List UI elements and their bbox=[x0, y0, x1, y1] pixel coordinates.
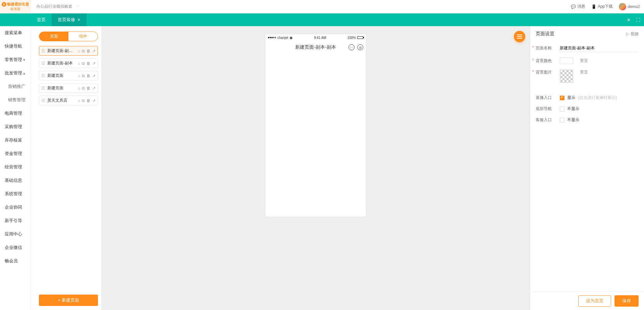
page-item-name: 新建页面 bbox=[47, 73, 76, 79]
copy-icon[interactable]: ⧉ bbox=[82, 98, 85, 103]
layers-button[interactable] bbox=[514, 31, 525, 42]
nav-guide[interactable]: 新手引导 bbox=[0, 214, 31, 227]
page-panel: 页面 组件 ☰ 新建页面-副本... ⌂ ⧉ 🗑 ↗ ☰ 新建页面-副本 bbox=[31, 26, 101, 310]
signal-icon bbox=[268, 37, 276, 38]
drag-handle-icon[interactable]: ☰ bbox=[41, 86, 45, 91]
drag-handle-icon[interactable]: ☰ bbox=[41, 61, 45, 66]
store-selector[interactable]: 办公品行业模拟账套 ﹀ bbox=[36, 4, 571, 9]
drag-handle-icon[interactable]: ☰ bbox=[41, 98, 45, 103]
delete-icon[interactable]: 🗑 bbox=[87, 49, 91, 53]
bg-image-reset[interactable]: 重置 bbox=[580, 69, 588, 75]
external-icon[interactable]: ↗ bbox=[92, 86, 96, 91]
page-item[interactable]: ☰ 新建页面-副本... ⌂ ⧉ 🗑 ↗ bbox=[39, 46, 98, 56]
cs-checkbox[interactable] bbox=[560, 118, 565, 122]
bottom-nav-text: 不显示 bbox=[567, 106, 579, 112]
page-item[interactable]: ☰ 新建页面 ⌂ ⧉ 🗑 ↗ bbox=[39, 83, 98, 93]
page-item-name: 新建页面-副本... bbox=[47, 48, 76, 54]
copy-icon[interactable]: ⧉ bbox=[82, 49, 85, 53]
nav-ecommerce[interactable]: 电商管理 bbox=[0, 107, 31, 120]
page-list: ☰ 新建页面-副本... ⌂ ⧉ 🗑 ↗ ☰ 新建页面-副本 ⌂ ⧉ bbox=[39, 46, 98, 291]
home-icon[interactable]: ⌂ bbox=[78, 73, 80, 78]
side-nav: 搜索菜单 快捷导航 零售管理▼ 批发管理▲ 营销推广 销售管理 电商管理 采购管… bbox=[0, 26, 31, 310]
user-menu[interactable]: demo2 bbox=[619, 3, 640, 10]
bg-color-label: 背景颜色 bbox=[536, 58, 556, 64]
live-label: 直播入口 bbox=[536, 95, 556, 101]
live-show-text: 显示 bbox=[567, 95, 575, 101]
nav-sales-mgmt[interactable]: 销售管理 bbox=[0, 93, 31, 107]
delete-icon[interactable]: 🗑 bbox=[87, 61, 91, 66]
delete-icon[interactable]: 🗑 bbox=[87, 86, 91, 91]
delete-icon[interactable]: 🗑 bbox=[87, 73, 91, 78]
home-icon[interactable]: ⌂ bbox=[78, 98, 80, 103]
bg-image-picker[interactable] bbox=[560, 69, 573, 83]
set-home-button[interactable]: 设为首页 bbox=[578, 295, 611, 307]
external-icon[interactable]: ↗ bbox=[92, 98, 96, 103]
add-page-button[interactable]: + 新建页面 bbox=[39, 295, 98, 306]
video-link[interactable]: ▷ 视频 bbox=[626, 31, 639, 37]
page-component-toggle: 页面 组件 bbox=[39, 32, 98, 41]
toggle-pages[interactable]: 页面 bbox=[39, 32, 68, 41]
drag-handle-icon[interactable]: ☰ bbox=[41, 48, 45, 53]
battery-icon bbox=[357, 36, 363, 39]
bottom-nav-checkbox[interactable] bbox=[560, 107, 565, 111]
delete-icon[interactable]: 🗑 bbox=[87, 98, 91, 103]
fullscreen-icon[interactable]: ⛶ bbox=[633, 13, 643, 26]
messages-button[interactable]: 💬 消息 bbox=[571, 4, 585, 9]
canvas: chanjet ◉ 9:41 AM 100% 新建页面-副本-副本 ⋯ ◎ bbox=[101, 26, 530, 310]
nav-wechat-work[interactable]: 企业微信 bbox=[0, 241, 31, 254]
target-icon[interactable]: ◎ bbox=[357, 44, 363, 50]
nav-purchase[interactable]: 采购管理 bbox=[0, 120, 31, 134]
nav-quick-nav[interactable]: 快捷导航 bbox=[0, 40, 31, 53]
bg-color-swatch[interactable] bbox=[560, 57, 573, 64]
live-checkbox[interactable] bbox=[560, 96, 565, 100]
page-item[interactable]: ☰ 新建页面 ⌂ ⧉ 🗑 ↗ bbox=[39, 71, 98, 81]
toggle-components[interactable]: 组件 bbox=[68, 32, 98, 41]
page-item[interactable]: ☰ 昊天文具店 ⌂ ⧉ 🗑 ↗ bbox=[39, 96, 98, 105]
phone-icon: 📱 bbox=[591, 4, 596, 9]
close-all-icon[interactable]: ✕ bbox=[624, 13, 633, 26]
bottom-nav-label: 底部导航 bbox=[536, 106, 556, 112]
save-button[interactable]: 保存 bbox=[614, 295, 639, 307]
page-item[interactable]: ☰ 新建页面-副本 ⌂ ⧉ 🗑 ↗ bbox=[39, 58, 98, 68]
nav-wholesale[interactable]: 批发管理▲ bbox=[0, 66, 31, 80]
caret-down-icon: ▼ bbox=[22, 58, 26, 62]
nav-collab[interactable]: 企业协同 bbox=[0, 201, 31, 214]
nav-inventory[interactable]: 库存核算 bbox=[0, 134, 31, 147]
app-download-button[interactable]: 📱 App下载 bbox=[591, 4, 613, 9]
nav-basic-info[interactable]: 基础信息 bbox=[0, 174, 31, 187]
nav-member[interactable]: 畅会员 bbox=[0, 254, 31, 268]
home-icon[interactable]: ⌂ bbox=[78, 86, 80, 91]
copy-icon[interactable]: ⧉ bbox=[82, 73, 85, 78]
nav-search-menu[interactable]: 搜索菜单 bbox=[0, 26, 31, 40]
external-icon[interactable]: ↗ bbox=[92, 49, 96, 53]
live-hint: (仅当进行直播时展示) bbox=[578, 95, 617, 101]
chevron-down-icon: ﹀ bbox=[76, 4, 80, 9]
nav-retail[interactable]: 零售管理▼ bbox=[0, 53, 31, 66]
caret-up-icon: ▲ bbox=[22, 71, 26, 75]
tab-bar: 首页 首页装修 ✕ ✕ ⛶ bbox=[0, 13, 644, 26]
message-icon: 💬 bbox=[571, 4, 576, 9]
drag-handle-icon[interactable]: ☰ bbox=[41, 73, 45, 78]
logo[interactable]: b 畅捷通好生意 标准版 bbox=[0, 0, 31, 13]
nav-app-center[interactable]: 应用中心 bbox=[0, 227, 31, 241]
close-icon[interactable]: ✕ bbox=[77, 17, 80, 22]
home-icon[interactable]: ⌂ bbox=[78, 49, 80, 53]
tab-decoration[interactable]: 首页装修 ✕ bbox=[52, 13, 87, 26]
page-item-name: 新建页面-副本 bbox=[47, 60, 76, 66]
bg-color-reset[interactable]: 重置 bbox=[580, 58, 588, 64]
more-icon[interactable]: ⋯ bbox=[348, 44, 355, 50]
nav-marketing-promo[interactable]: 营销推广 bbox=[0, 80, 31, 93]
external-icon[interactable]: ↗ bbox=[92, 73, 96, 78]
nav-funds[interactable]: 资金管理 bbox=[0, 147, 31, 160]
nav-operations[interactable]: 经营管理 bbox=[0, 160, 31, 174]
phone-status-bar: chanjet ◉ 9:41 AM 100% bbox=[265, 34, 366, 41]
top-header: b 畅捷通好生意 标准版 办公品行业模拟账套 ﹀ 💬 消息 📱 App下载 de… bbox=[0, 0, 644, 13]
copy-icon[interactable]: ⧉ bbox=[82, 61, 85, 66]
page-name-input[interactable] bbox=[560, 44, 639, 52]
tab-home[interactable]: 首页 bbox=[31, 13, 52, 26]
external-icon[interactable]: ↗ bbox=[92, 61, 96, 66]
copy-icon[interactable]: ⧉ bbox=[82, 86, 85, 91]
home-icon[interactable]: ⌂ bbox=[78, 61, 80, 66]
nav-system[interactable]: 系统管理 bbox=[0, 187, 31, 201]
play-icon: ▷ bbox=[626, 32, 629, 36]
